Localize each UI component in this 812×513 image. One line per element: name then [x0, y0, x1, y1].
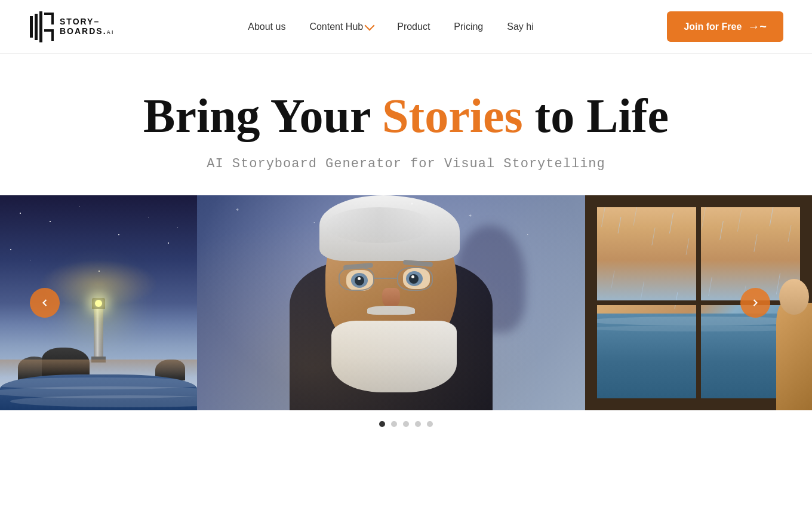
hero-section: Bring Your Stories to Life AI Storyboard… — [0, 54, 812, 195]
hero-title: Bring Your Stories to Life — [0, 90, 812, 142]
carousel-section: * · * · * — [0, 195, 812, 410]
carousel-dot-3[interactable] — [403, 421, 409, 427]
hero-subtitle: AI Storyboard Generator for Visual Story… — [0, 156, 812, 171]
carousel-dot-5[interactable] — [427, 421, 433, 427]
carousel-track: * · * · * — [0, 195, 812, 410]
carousel-slide-rain — [585, 195, 812, 410]
nav-content-hub[interactable]: Content Hub — [309, 21, 373, 32]
nav-say-hi[interactable]: Say hi — [507, 21, 533, 32]
logo[interactable]: STORY–BOARDS.AI — [29, 11, 115, 42]
chevron-down-icon — [365, 20, 375, 30]
carousel-next-button[interactable] — [740, 288, 770, 318]
svg-rect-1 — [35, 14, 38, 40]
nav-about[interactable]: About us — [248, 21, 285, 32]
header: STORY–BOARDS.AI About us Content Hub Pro… — [0, 0, 812, 54]
svg-rect-2 — [39, 11, 42, 42]
logo-text: STORY–BOARDS.AI — [60, 17, 115, 36]
carousel-dot-2[interactable] — [391, 421, 397, 427]
nav-product[interactable]: Product — [397, 21, 430, 32]
carousel-dot-4[interactable] — [415, 421, 421, 427]
carousel-dot-1[interactable] — [379, 421, 385, 427]
carousel-slide-oldman: * · * · * — [197, 195, 585, 410]
chevron-right-icon — [749, 297, 761, 309]
arrow-icon: →~ — [748, 20, 767, 33]
chevron-left-icon — [39, 297, 51, 309]
carousel-prev-button[interactable] — [30, 288, 60, 318]
join-free-button[interactable]: Join for Free →~ — [667, 11, 783, 42]
main-nav: About us Content Hub Product Pricing Say… — [248, 21, 534, 32]
svg-rect-0 — [30, 16, 33, 38]
svg-rect-4 — [51, 13, 54, 24]
nav-content-hub-label[interactable]: Content Hub — [309, 21, 363, 32]
svg-rect-6 — [51, 29, 54, 41]
logo-icon — [29, 11, 55, 42]
nav-pricing[interactable]: Pricing — [454, 21, 483, 32]
carousel-dots — [0, 410, 812, 445]
